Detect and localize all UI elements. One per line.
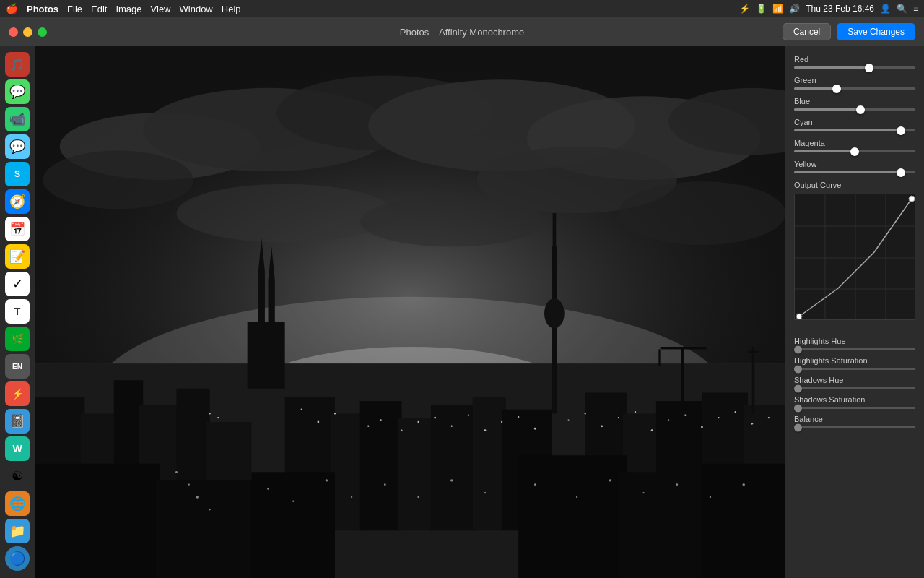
green-slider-section: Green: [794, 76, 915, 90]
svg-point-58: [417, 421, 419, 423]
svg-point-72: [668, 420, 669, 421]
save-changes-button[interactable]: Save Changes: [837, 23, 915, 40]
magenta-slider-section: Magenta: [794, 139, 915, 152]
menubar: 🍎 Photos File Edit Image View Window Hel…: [0, 0, 924, 17]
svg-point-84: [292, 501, 294, 502]
app-window: Photos – Affinity Monochrome Cancel Save…: [0, 17, 924, 578]
sidebar-item-textedit[interactable]: T: [5, 299, 30, 324]
sidebar-item-app3[interactable]: 🔵: [5, 546, 30, 571]
svg-point-55: [367, 426, 369, 427]
svg-point-63: [501, 421, 502, 423]
yellow-slider-label: Yellow: [794, 160, 915, 168]
sidebar-item-skype[interactable]: S: [5, 162, 30, 186]
output-curve-label: Output Curve: [794, 181, 915, 189]
svg-point-93: [609, 479, 611, 481]
yellow-slider-track[interactable]: [794, 171, 915, 173]
menu-view[interactable]: View: [151, 4, 171, 14]
maximize-button[interactable]: [38, 27, 47, 37]
highlights-saturation-track[interactable]: [794, 368, 915, 370]
search-icon[interactable]: 🔍: [897, 4, 907, 14]
balance-label: Balance: [794, 415, 915, 423]
sidebar-item-imessage[interactable]: 💬: [5, 134, 30, 159]
traffic-lights: [9, 27, 47, 37]
bluetooth-icon: ⚡: [739, 4, 750, 14]
menu-file[interactable]: File: [67, 4, 82, 14]
svg-point-12: [619, 181, 785, 245]
menu-help[interactable]: Help: [222, 4, 241, 14]
svg-rect-100: [658, 349, 660, 366]
svg-point-66: [567, 420, 569, 421]
red-slider-track[interactable]: [794, 66, 915, 69]
sidebar: 🎵 💬 📹 💬 S 🧭 📅 📝 ✓ T 🌿 EN ⚡ 📓 W ☯ 🌐 📁 🔵: [0, 46, 35, 578]
svg-point-61: [468, 415, 469, 416]
sidebar-item-yinyang[interactable]: ☯: [5, 464, 30, 488]
sidebar-item-messages[interactable]: 💬: [5, 79, 30, 104]
apple-logo-icon[interactable]: 🍎: [6, 3, 18, 14]
right-panel: Red Green Blue: [785, 46, 924, 578]
wifi-icon: 📶: [772, 4, 783, 14]
shadows-saturation-track[interactable]: [794, 407, 915, 409]
svg-point-57: [401, 429, 402, 431]
magenta-slider-track[interactable]: [794, 150, 915, 152]
green-slider-label: Green: [794, 76, 915, 85]
photo-image: [35, 46, 785, 578]
battery-icon: 🔋: [756, 4, 767, 14]
shadows-saturation-section: Shadows Saturation: [794, 395, 915, 409]
svg-point-76: [735, 411, 736, 413]
svg-point-92: [576, 496, 578, 498]
titlebar-buttons: Cancel Save Changes: [783, 23, 915, 40]
svg-point-62: [484, 429, 487, 431]
cancel-button[interactable]: Cancel: [783, 23, 831, 40]
sidebar-item-app1[interactable]: ⚡: [5, 381, 30, 406]
balance-section: Balance: [794, 415, 915, 428]
menu-window[interactable]: Window: [180, 4, 213, 14]
menu-edit[interactable]: Edit: [91, 4, 107, 14]
svg-point-83: [267, 488, 269, 490]
svg-point-60: [451, 426, 453, 427]
section-divider: [794, 332, 915, 332]
green-slider-track[interactable]: [794, 87, 915, 90]
svg-point-94: [642, 492, 644, 493]
sidebar-item-app2[interactable]: 📓: [5, 409, 30, 434]
minimize-button[interactable]: [23, 27, 32, 37]
shadows-hue-section: Shadows Hue: [794, 376, 915, 389]
menu-app-name[interactable]: Photos: [27, 4, 58, 14]
blue-slider-track[interactable]: [794, 108, 915, 111]
svg-rect-22: [248, 322, 285, 388]
output-curve-graph[interactable]: [794, 194, 915, 320]
sidebar-item-calendar[interactable]: 📅: [5, 217, 30, 241]
svg-rect-23: [552, 246, 557, 413]
sidebar-item-notes[interactable]: 📝: [5, 244, 30, 269]
sidebar-item-evernote[interactable]: 🌿: [5, 327, 30, 351]
sidebar-item-browser[interactable]: 🌐: [5, 491, 30, 516]
svg-rect-33: [331, 413, 364, 530]
blue-slider-label: Blue: [794, 97, 915, 105]
sidebar-item-workflow[interactable]: W: [5, 436, 30, 461]
sidebar-item-en[interactable]: EN: [5, 354, 30, 379]
svg-point-53: [318, 421, 320, 423]
svg-point-70: [635, 411, 636, 413]
output-curve-section: Output Curve: [794, 181, 915, 320]
highlights-hue-track[interactable]: [794, 348, 915, 350]
svg-point-50: [209, 413, 211, 414]
svg-rect-44: [35, 464, 160, 578]
sidebar-item-finder[interactable]: 📁: [5, 519, 30, 543]
svg-point-80: [188, 484, 190, 486]
sidebar-item-safari[interactable]: 🧭: [5, 189, 30, 214]
close-button[interactable]: [9, 27, 18, 37]
window-title: Photos – Affinity Monochrome: [400, 27, 524, 38]
shadows-hue-track[interactable]: [794, 387, 915, 389]
sidebar-item-reminders[interactable]: ✓: [5, 272, 30, 296]
cyan-slider-track[interactable]: [794, 129, 915, 131]
yellow-slider-section: Yellow: [794, 160, 915, 173]
menu-image[interactable]: Image: [116, 4, 141, 14]
balance-track[interactable]: [794, 426, 915, 428]
svg-point-109: [909, 196, 915, 202]
highlights-hue-label: Highlights Hue: [794, 337, 915, 345]
cyan-slider-label: Cyan: [794, 118, 915, 126]
sidebar-item-music[interactable]: 🎵: [5, 52, 30, 77]
svg-point-86: [351, 496, 352, 498]
svg-point-88: [417, 496, 419, 498]
list-icon[interactable]: ≡: [913, 4, 918, 14]
sidebar-item-facetime[interactable]: 📹: [5, 107, 30, 131]
